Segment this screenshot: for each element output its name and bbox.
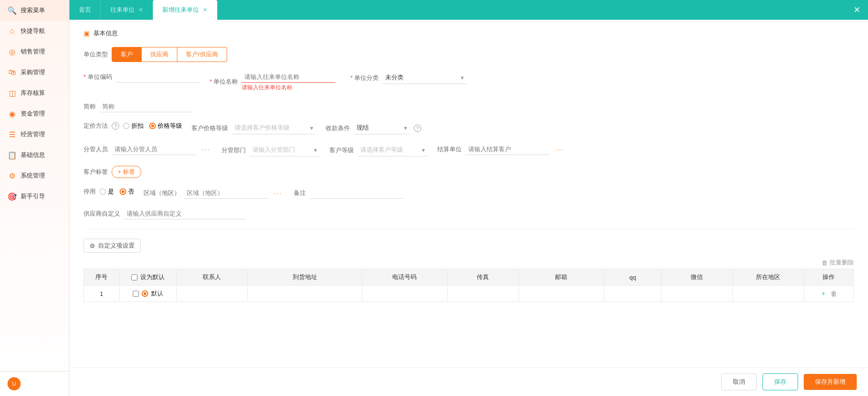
tab-new-partner[interactable]: 新增往来单位 ✕ <box>153 0 217 20</box>
manager-input[interactable] <box>112 144 196 155</box>
col-header-email: 邮箱 <box>518 269 604 286</box>
unit-code-label: 单位编码 <box>84 73 112 81</box>
sidebar-label-inventory: 库存核算 <box>21 89 45 97</box>
cell-fax <box>447 286 518 302</box>
pricing-discount-circle <box>123 123 129 129</box>
cell-no: 1 <box>84 286 120 302</box>
row-checkbox[interactable] <box>133 291 139 297</box>
batch-delete-button[interactable]: 🗑 批量删除 <box>822 258 854 267</box>
close-new-partner-icon[interactable]: ✕ <box>203 7 207 13</box>
sidebar-item-guide[interactable]: 🎯 新手引导 <box>0 186 69 207</box>
sidebar-item-search[interactable]: 🔍 搜索菜单 <box>0 0 69 21</box>
save-button[interactable]: 保存 <box>762 373 798 390</box>
btn-customer[interactable]: 客户 <box>112 47 142 62</box>
delete-row-button[interactable]: 🗑 <box>830 290 837 297</box>
pricing-method-field: 定价方法 ? 折扣 价格等级 <box>84 122 182 130</box>
customer-level-field: 客户等级 请选择客户等级 ▾ <box>329 144 428 156</box>
cell-contact <box>176 286 248 302</box>
sidebar-item-finance[interactable]: ◉ 资金管理 <box>0 103 69 124</box>
short-name-field: 简称 <box>84 101 193 112</box>
col-header-address: 到货地址 <box>248 269 362 286</box>
btn-both[interactable]: 客户/供应商 <box>177 47 227 62</box>
add-tag-button[interactable]: + 标签 <box>112 166 141 178</box>
department-field: 分管部门 请输入分管部门 ▾ <box>221 144 320 156</box>
pricing-radio-level[interactable]: 价格等级 <box>149 122 182 130</box>
pricing-radio-discount[interactable]: 折扣 <box>123 122 144 130</box>
manager-row: 分管人员 ··· 分管部门 请输入分管部门 ▾ 客户等级 请选择客户等级 ▾ 结… <box>84 144 854 156</box>
cell-default: 默认 <box>119 286 176 302</box>
unit-type-row: 单位类型 客户 供应商 客户/供应商 <box>84 47 854 62</box>
customer-level-select[interactable]: 请选择客户等级 ▾ <box>358 144 428 156</box>
sidebar-label-system: 系统管理 <box>21 171 45 180</box>
sidebar-item-purchase[interactable]: 🛍 采购管理 <box>0 62 69 83</box>
unit-name-label: 单位名称 <box>210 78 238 86</box>
sidebar-item-operations[interactable]: ☰ 经营管理 <box>0 124 69 145</box>
form-footer: 取消 保存 保存并新增 <box>69 367 868 396</box>
pricing-help-icon[interactable]: ? <box>112 122 119 130</box>
code-name-category-row: 单位编码 000009 单位名称 请输入往来单位名称 单位分类 未分类 ▾ <box>84 71 854 92</box>
basic-icon: 📋 <box>8 150 17 160</box>
sidebar: 🔍 搜索菜单 ⌂ 快捷导航 ◎ 销售管理 🛍 采购管理 ◫ 库存核算 ◉ 资金管… <box>0 0 69 396</box>
disabled-radio-no[interactable]: 否 <box>120 187 134 196</box>
col-header-qq: qq <box>604 269 662 286</box>
disabled-radio-group: 是 否 <box>99 187 134 196</box>
save-new-button[interactable]: 保存并新增 <box>804 374 857 390</box>
table-body: 1 默认 <box>84 286 854 302</box>
supplier-custom-input[interactable] <box>124 208 246 219</box>
supplier-custom-row: 供应商自定义 <box>84 208 854 219</box>
sidebar-item-inventory[interactable]: ◫ 库存核算 <box>0 83 69 103</box>
disabled-yes-circle <box>99 188 106 195</box>
region-more-icon[interactable]: ··· <box>272 189 284 197</box>
department-select[interactable]: 请输入分管部门 ▾ <box>250 144 320 156</box>
sidebar-label-guide: 新手引导 <box>21 192 45 201</box>
batch-delete-label: 批量删除 <box>830 258 854 267</box>
customer-price-level-select[interactable]: 请选择客户价格等级 ▾ <box>232 122 316 134</box>
sales-icon: ◎ <box>8 47 17 56</box>
sidebar-item-system[interactable]: ⚙ 系统管理 <box>0 165 69 186</box>
cancel-button[interactable]: 取消 <box>721 373 757 390</box>
unit-category-select[interactable]: 未分类 ▾ <box>382 71 467 84</box>
settlement-unit-input[interactable] <box>465 144 550 155</box>
manager-field: 分管人员 ··· <box>84 144 212 155</box>
sidebar-item-quicknav[interactable]: ⌂ 快捷导航 <box>0 21 69 41</box>
add-row-button[interactable]: ＋ <box>820 289 827 298</box>
remark-input[interactable] <box>310 187 404 199</box>
sidebar-item-basic[interactable]: 📋 基础信息 <box>0 145 69 165</box>
tab-home[interactable]: 首页 <box>69 0 101 20</box>
payment-terms-select[interactable]: 现结 ▾ <box>354 122 410 134</box>
tab-partners[interactable]: 往来单位 ✕ <box>101 0 153 20</box>
sidebar-label-search: 搜索菜单 <box>21 6 45 15</box>
payment-terms-label: 收款条件 <box>326 124 350 132</box>
sidebar-item-sales[interactable]: ◎ 销售管理 <box>0 41 69 62</box>
short-name-input[interactable] <box>99 101 193 112</box>
select-all-checkbox[interactable] <box>131 274 137 280</box>
settlement-unit-more-icon[interactable]: ··· <box>554 146 566 153</box>
pricing-level-label: 价格等级 <box>158 122 182 130</box>
disabled-region-row: 停用 是 否 区域（地区） ··· 备注 <box>84 187 854 199</box>
default-radio-circle[interactable] <box>142 290 148 297</box>
region-input[interactable] <box>184 187 268 199</box>
col-header-fax: 传真 <box>447 269 518 286</box>
finance-icon: ◉ <box>8 109 17 118</box>
pricing-discount-label: 折扣 <box>131 122 144 130</box>
disabled-yes-label: 是 <box>108 187 114 196</box>
payment-terms-help-icon[interactable]: ? <box>414 124 421 132</box>
col-default-label: 设为默认 <box>140 273 165 281</box>
disabled-no-label: 否 <box>128 187 134 196</box>
cell-address <box>248 286 362 302</box>
disabled-radio-yes[interactable]: 是 <box>99 187 114 196</box>
form-content: ▣ 基本信息 单位类型 客户 供应商 客户/供应商 单位编码 000009 单位… <box>69 20 868 367</box>
tab-bar-close-button[interactable]: ✕ <box>846 5 868 15</box>
close-partners-icon[interactable]: ✕ <box>138 7 143 13</box>
tab-partners-label: 往来单位 <box>110 6 135 14</box>
custom-settings-button[interactable]: ⚙ 自定义项设置 <box>84 239 141 253</box>
unit-name-input[interactable] <box>242 71 335 83</box>
shortname-row: 简称 <box>84 101 854 112</box>
col-header-contact: 联系人 <box>176 269 248 286</box>
unit-code-input[interactable]: 000009 <box>116 71 200 83</box>
pricing-method-label: 定价方法 <box>84 122 108 130</box>
disabled-no-circle <box>120 188 126 195</box>
btn-supplier[interactable]: 供应商 <box>142 47 177 62</box>
tab-new-partner-label: 新增往来单位 <box>162 6 199 14</box>
manager-more-icon[interactable]: ··· <box>200 146 212 153</box>
